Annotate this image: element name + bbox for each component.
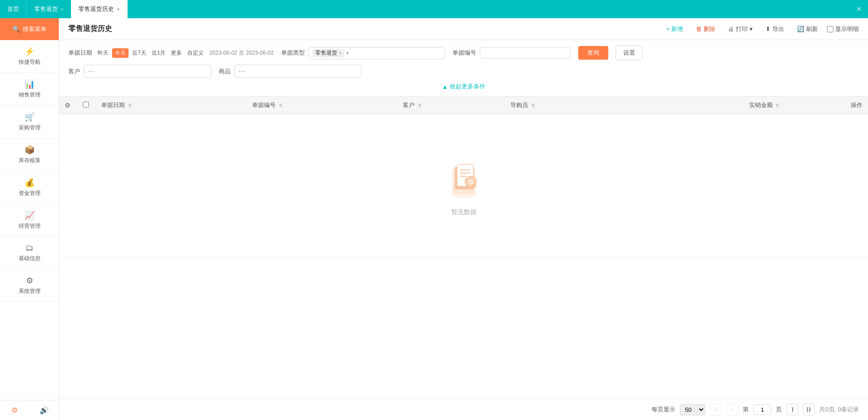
pagination-bar: 每页显示 50 20 100 ⟨⟨ ⟨ 第 页 ⟩ ⟩⟩ 共0页, 0条记录: [59, 399, 868, 420]
date-today[interactable]: 今天: [112, 48, 128, 58]
sidebar-item-basicinfo[interactable]: 🗂 基础信息: [0, 237, 59, 269]
finance-icon: 💰: [25, 178, 35, 188]
next-page-button[interactable]: ⟩: [786, 404, 798, 415]
refresh-button[interactable]: 🔄 刷新: [793, 23, 822, 35]
main-layout: 🔍 搜索菜单 ⚡ 快捷导航 📊 销售管理 🛒 采购管理 📦 库存核算 💰: [0, 18, 868, 420]
sidebar-item-label: 经营管理: [19, 222, 41, 230]
refresh-icon: 🔄: [797, 26, 804, 32]
page-header: 零售退货历史 + 新增 🗑 删除 🖨 打印 ▾ ⬆ 导出 🔄 刷新: [59, 18, 868, 40]
voucher-type-tag-close[interactable]: ×: [339, 50, 342, 56]
filter-row-2: 客户 ··· 商品 ···: [68, 65, 859, 78]
purchase-icon: 🛒: [25, 112, 35, 122]
sort-customer-icon[interactable]: ⇅: [418, 103, 421, 108]
per-page-select[interactable]: 50 20 100: [680, 404, 705, 415]
delete-icon: 🗑: [696, 26, 702, 32]
voucher-type-tag: 零售退货 ×: [313, 49, 344, 57]
sidebar-item-sales[interactable]: 📊 销售管理: [0, 73, 59, 106]
goods-dots: ···: [238, 67, 245, 76]
collapse-label: 收起更多条件: [450, 82, 485, 91]
print-button[interactable]: 🖨 打印 ▾: [724, 23, 756, 35]
per-page-label: 每页显示: [652, 405, 675, 414]
tab-retail-return-history[interactable]: 零售退货历史 ×: [71, 0, 127, 18]
voucher-no-input[interactable]: [480, 47, 571, 59]
sidebar-item-label: 快捷导航: [19, 58, 41, 66]
select-all-checkbox[interactable]: [83, 102, 89, 108]
voucher-type-chevron: ▾: [346, 50, 349, 56]
voucher-type-label: 单据类型: [281, 49, 305, 57]
top-bar: 首页 零售退货 × 零售退货历史 × ×: [0, 0, 868, 18]
date-filter-group: 单据日期 昨天 今天 近7天 近1月 更多 自定义 2023-06-02 至 2…: [68, 48, 274, 58]
page-actions: + 新增 🗑 删除 🖨 打印 ▾ ⬆ 导出 🔄 刷新: [663, 23, 859, 35]
sidebar-item-label: 销售管理: [19, 91, 41, 99]
sidebar-item-label: 库存核算: [19, 157, 41, 164]
sidebar-item-finance[interactable]: 💰 资金管理: [0, 171, 59, 204]
voucher-type-group: 单据类型 零售退货 × ▾: [281, 47, 445, 59]
new-button[interactable]: + 新增: [663, 23, 687, 35]
total-info: 共0页, 0条记录: [819, 405, 859, 414]
tab-retail-return-close[interactable]: ×: [61, 6, 63, 12]
page-number-input[interactable]: [753, 405, 771, 415]
page-unit: 页: [776, 405, 782, 414]
goods-label: 商品: [219, 67, 231, 76]
show-detail-label: 显示明细: [827, 25, 859, 33]
last-page-button[interactable]: ⟩⟩: [803, 404, 815, 415]
date-shortcuts: 昨天 今天 近7天 近1月 更多 自定义: [96, 48, 205, 58]
goods-filter-group: 商品 ···: [219, 65, 362, 78]
customer-dots: ···: [88, 67, 95, 76]
sort-date-icon[interactable]: ⇅: [128, 103, 132, 108]
filter-area: 单据日期 昨天 今天 近7天 近1月 更多 自定义 2023-06-02 至 2…: [59, 40, 868, 97]
content-area: 零售退货历史 + 新增 🗑 删除 🖨 打印 ▾ ⬆ 导出 🔄 刷新: [59, 18, 868, 420]
window-close-button[interactable]: ×: [850, 0, 868, 18]
tab-retail-return-history-close[interactable]: ×: [117, 6, 119, 12]
export-icon: ⬆: [765, 26, 770, 32]
delete-button[interactable]: 🗑 删除: [692, 23, 719, 35]
col-guide: 导购员 ⇅: [505, 97, 634, 114]
collapse-filter-button[interactable]: ▲ 收起更多条件: [442, 82, 485, 91]
sidebar-item-inventory[interactable]: 📦 库存核算: [0, 138, 59, 171]
data-table: ⚙ 单据日期 ⇅ 单据编号 ⇅: [59, 97, 868, 258]
table-settings-button[interactable]: ⚙: [65, 102, 71, 109]
collapse-icon: ▲: [442, 83, 448, 90]
query-button[interactable]: 查询: [578, 46, 608, 60]
settings-filter-button[interactable]: 设置: [616, 46, 643, 60]
filter-row-1: 单据日期 昨天 今天 近7天 近1月 更多 自定义 2023-06-02 至 2…: [68, 46, 859, 60]
date-1month[interactable]: 近1月: [150, 48, 168, 58]
col-no: 单据编号 ⇅: [247, 97, 397, 114]
customer-select[interactable]: ···: [84, 65, 211, 78]
sidebar-search-label: 搜索菜单: [23, 25, 46, 33]
voucher-type-select[interactable]: 零售退货 × ▾: [308, 47, 445, 59]
sidebar-volume-button[interactable]: 🔊: [30, 400, 59, 420]
sidebar-bottom: ⚙ 🔊: [0, 400, 59, 420]
search-icon: 🔍: [12, 26, 20, 33]
col-amount: 实销金额 ⇅: [634, 97, 785, 114]
table-area: ⚙ 单据日期 ⇅ 单据编号 ⇅: [59, 97, 868, 399]
sort-amount-icon[interactable]: ⇅: [776, 103, 779, 108]
empty-illustration: [441, 155, 487, 201]
tab-retail-return[interactable]: 零售退货 ×: [27, 0, 71, 18]
sidebar-item-operations[interactable]: 📈 经营管理: [0, 204, 59, 237]
voucher-no-label: 单据编号: [452, 49, 476, 57]
date-yesterday[interactable]: 昨天: [96, 48, 110, 58]
sort-guide-icon[interactable]: ⇅: [531, 103, 535, 108]
date-custom[interactable]: 自定义: [185, 48, 205, 58]
goods-select[interactable]: ···: [234, 65, 362, 78]
export-button[interactable]: ⬆ 导出: [762, 23, 788, 35]
sidebar-item-purchase[interactable]: 🛒 采购管理: [0, 106, 59, 138]
sort-no-icon[interactable]: ⇅: [279, 103, 282, 108]
sidebar-search[interactable]: 🔍 搜索菜单: [0, 18, 59, 40]
sidebar-item-label: 采购管理: [19, 124, 41, 132]
sidebar: 🔍 搜索菜单 ⚡ 快捷导航 📊 销售管理 🛒 采购管理 📦 库存核算 💰: [0, 18, 59, 420]
date-more[interactable]: 更多: [169, 48, 184, 58]
show-detail-checkbox[interactable]: [827, 26, 833, 32]
first-page-button[interactable]: ⟨⟨: [710, 404, 722, 415]
sidebar-item-system[interactable]: ⚙ 系统管理: [0, 269, 59, 302]
tab-home[interactable]: 首页: [0, 0, 27, 18]
date-range-display: 2023-06-02 至 2023-06-02: [209, 49, 273, 57]
prev-page-button[interactable]: ⟨: [726, 404, 738, 415]
col-customer: 客户 ⇅: [397, 97, 505, 114]
sidebar-settings-button[interactable]: ⚙: [0, 400, 30, 420]
date-7days[interactable]: 近7天: [130, 48, 148, 58]
col-actions: 操作: [785, 97, 868, 114]
sidebar-item-label: 系统管理: [19, 287, 41, 295]
sidebar-item-quicknav[interactable]: ⚡ 快捷导航: [0, 40, 59, 73]
